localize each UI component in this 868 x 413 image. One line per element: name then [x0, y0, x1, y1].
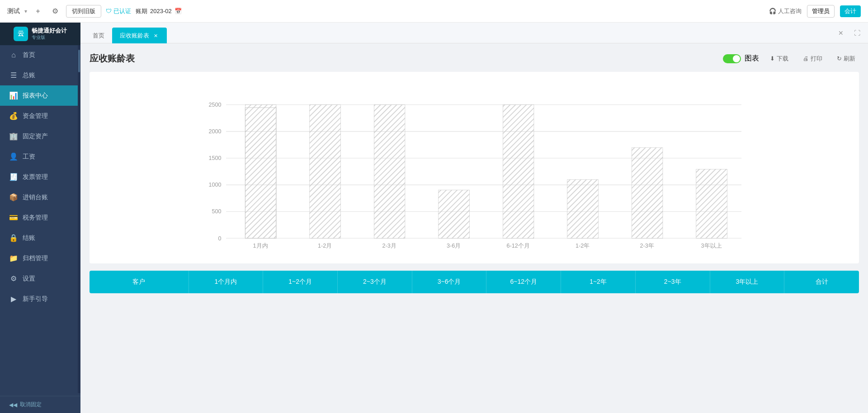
sidebar: 云 畅捷通好会计 专业版 ⌂首页☰总账📊报表中心💰资金管理🏢固定资产👤工资🧾发票…	[0, 23, 80, 413]
refresh-icon: ↻	[837, 55, 842, 62]
sidebar-item-invoice[interactable]: 🧾发票管理	[0, 167, 80, 187]
sidebar-item-home[interactable]: ⌂首页	[0, 45, 80, 65]
svg-text:1500: 1500	[208, 155, 221, 161]
close-tab-button[interactable]: ✕	[835, 27, 847, 39]
sidebar-item-tax[interactable]: 💳税务管理	[0, 207, 80, 228]
sidebar-item-label: 新手引导	[23, 295, 48, 303]
bar-1-2月	[310, 105, 341, 239]
sidebar-item-salary[interactable]: 👤工资	[0, 146, 80, 167]
svg-text:6-12个月: 6-12个月	[506, 243, 529, 249]
svg-text:1000: 1000	[208, 182, 221, 188]
bar-6-12月	[503, 105, 534, 239]
sidebar-scrollbar-thumb	[78, 50, 80, 72]
tab-close-button[interactable]: ✕	[152, 32, 159, 39]
sidebar-item-label: 工资	[23, 153, 35, 161]
service-button[interactable]: 🎧 人工咨询	[769, 7, 802, 15]
tab-home[interactable]: 首页	[85, 28, 112, 43]
settings-icon-button[interactable]: ⚙	[49, 5, 61, 18]
chart-toggle[interactable]: 图表	[723, 54, 759, 63]
sidebar-item-inventory[interactable]: 📦进销台账	[0, 187, 80, 207]
toggle-thumb	[733, 55, 740, 62]
svg-text:1-2年: 1-2年	[576, 243, 590, 249]
bar-3年以上	[696, 169, 727, 238]
sidebar-item-closing[interactable]: 🔒结账	[0, 228, 80, 248]
add-tab-button[interactable]: +	[32, 5, 44, 18]
content-area: 首页应收账龄表✕ ✕ ⛶ 应收账龄表 图表 ⬇	[80, 23, 868, 413]
sidebar-item-label: 发票管理	[23, 173, 48, 181]
invoice-icon: 🧾	[9, 173, 18, 181]
svg-text:500: 500	[212, 208, 221, 215]
page-content: 应收账龄表 图表 ⬇ 下载 🖨 打印	[80, 43, 868, 413]
print-icon: 🖨	[803, 55, 809, 62]
sidebar-item-label: 税务管理	[23, 214, 48, 222]
sidebar-item-archive[interactable]: 📁归档管理	[0, 248, 80, 268]
sidebar-item-label: 总账	[23, 71, 35, 80]
top-bar-right: 🎧 人工咨询 管理员 会计	[769, 5, 861, 18]
reports-icon: 📊	[9, 91, 18, 100]
logo-title: 畅捷通好会计	[32, 27, 67, 35]
sidebar-item-label: 资金管理	[23, 112, 48, 120]
manager-button[interactable]: 管理员	[807, 5, 835, 18]
accountant-button[interactable]: 会计	[840, 5, 861, 17]
assets-icon: 🏢	[9, 132, 18, 141]
download-icon: ⬇	[770, 55, 775, 62]
toggle-track[interactable]	[723, 54, 741, 63]
download-button[interactable]: ⬇ 下载	[766, 53, 792, 65]
svg-text:1月内: 1月内	[253, 243, 268, 249]
page-actions: 图表 ⬇ 下载 🖨 打印 ↻ 刷新	[723, 53, 859, 65]
bar-1月内	[245, 105, 276, 239]
logo-icon: 云	[14, 27, 28, 41]
page-header: 应收账龄表 图表 ⬇ 下载 🖨 打印	[90, 52, 859, 65]
table-container: 客户1个月内1~2个月2~3个月3~6个月6~12个月1~2年2~3年3年以上合…	[90, 271, 859, 293]
table-header: 客户1个月内1~2个月2~3个月3~6个月6~12个月1~2年2~3年3年以上合…	[90, 271, 859, 293]
table-header-cell: 2~3年	[636, 271, 710, 293]
settings-icon: ⚙	[9, 274, 18, 283]
expand-button[interactable]: ⛶	[851, 27, 863, 39]
shield-icon: 🛡	[106, 8, 112, 14]
tab-label: 首页	[93, 32, 104, 40]
sidebar-item-guide[interactable]: ▶新手引导	[0, 289, 80, 309]
svg-text:2-3月: 2-3月	[382, 243, 396, 249]
svg-text:2500: 2500	[208, 102, 221, 108]
bar-2-3月	[374, 105, 405, 239]
switch-old-button[interactable]: 切到旧版	[66, 5, 101, 18]
refresh-button[interactable]: ↻ 刷新	[833, 53, 859, 65]
sidebar-item-reports[interactable]: 📊报表中心	[0, 85, 80, 106]
table-header-cell: 6~12个月	[486, 271, 561, 293]
company-name: 测试	[7, 7, 20, 15]
print-button[interactable]: 🖨 打印	[799, 53, 826, 65]
sidebar-item-label: 首页	[23, 51, 35, 59]
svg-text:2-3年: 2-3年	[640, 243, 654, 249]
svg-text:1-2月: 1-2月	[318, 243, 332, 249]
svg-text:3-6月: 3-6月	[447, 243, 461, 249]
table-header-cell: 客户	[90, 271, 189, 293]
sidebar-item-ledger[interactable]: ☰总账	[0, 65, 80, 85]
headset-icon: 🎧	[769, 8, 776, 14]
company-dropdown-icon[interactable]: ▾	[24, 8, 27, 14]
svg-text:0: 0	[218, 235, 222, 242]
table-header-cell: 1~2个月	[263, 271, 338, 293]
table-header-cell: 2~3个月	[338, 271, 412, 293]
inventory-icon: 📦	[9, 193, 18, 202]
tab-aging[interactable]: 应收账龄表✕	[112, 28, 167, 43]
bar-chart: 0 500 1000 1500 2000 2500	[103, 81, 845, 253]
main-layout: 云 畅捷通好会计 专业版 ⌂首页☰总账📊报表中心💰资金管理🏢固定资产👤工资🧾发票…	[0, 23, 868, 413]
sidebar-item-label: 结账	[23, 234, 35, 242]
sidebar-item-assets[interactable]: 🏢固定资产	[0, 126, 80, 146]
period-value: 2023-02	[150, 8, 172, 14]
chart-container: 0 500 1000 1500 2000 2500	[90, 72, 859, 263]
table-header-cell: 3年以上	[710, 271, 785, 293]
sidebar-item-funds[interactable]: 💰资金管理	[0, 106, 80, 126]
table-header-cell: 合计	[784, 271, 859, 293]
logo-subtitle: 专业版	[32, 34, 67, 41]
sidebar-item-label: 进销台账	[23, 193, 48, 202]
sidebar-item-label: 设置	[23, 275, 35, 283]
period-label: 账期	[136, 7, 147, 15]
cancel-fixed-button[interactable]: ◀◀ 取消固定	[0, 396, 80, 413]
guide-icon: ▶	[9, 295, 18, 303]
salary-icon: 👤	[9, 152, 18, 161]
sidebar-item-settings[interactable]: ⚙设置	[0, 268, 80, 289]
calendar-icon[interactable]: 📅	[175, 8, 182, 14]
top-bar: 测试 ▾ + ⚙ 切到旧版 🛡 已认证 账期 2023-02 📅 🎧 人工咨询 …	[0, 0, 868, 23]
table-header-cell: 1~2年	[561, 271, 636, 293]
